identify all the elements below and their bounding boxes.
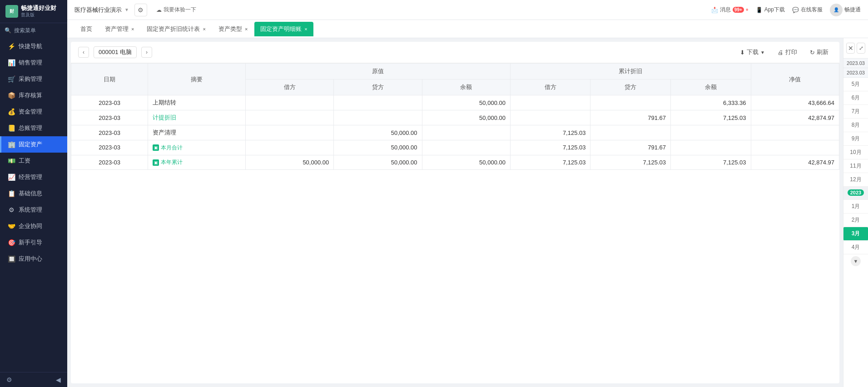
inventory-icon: 📦 [8,92,15,99]
sidebar-item-quicknav[interactable]: ⚡ 快捷导航 [0,38,67,55]
right-sidebar-timeline: ✕ ⤢ 2023.03 2023.03 5月6月7月8月9月10月11月12月2… [843,38,868,387]
timeline-month[interactable]: 7月 [843,105,868,119]
sidebar-item-label: 应用中心 [19,255,42,263]
cell-summary: 资产清理 [148,125,245,140]
print-icon: 🖨 [778,49,784,56]
download-button[interactable]: 📱 App下载 [756,6,785,14]
timeline-top: 2023.03 2023.03 [843,59,868,78]
timeline-month[interactable]: 8月 [843,119,868,132]
sidebar-item-fixedassets[interactable]: 🏢 固定资产 [0,136,67,153]
sidebar-item-label: 新手引导 [19,238,42,247]
timeline-months: 5月6月7月8月9月10月11月12月20231月2月3月4月 [843,78,868,254]
timeline-month[interactable]: 12月 [843,173,868,187]
timeline-month[interactable]: 1月 [843,200,868,213]
timeline-month[interactable]: 2月 [843,213,868,227]
user-menu[interactable]: 👤 畅捷通 [830,4,861,16]
col-acc-credit: 贷方 [590,79,671,95]
col-summary: 摘要 [148,64,245,95]
col-acc-balance: 余额 [671,79,751,95]
company-selector[interactable]: 医疗器械行业演示 ▼ [74,6,129,14]
right-sidebar-expand-button[interactable]: ⤢ [857,43,865,54]
avatar: 👤 [830,4,843,16]
collapse-sidebar-icon[interactable]: ◀ [56,376,61,383]
company-name: 医疗器械行业演示 [74,6,122,14]
messages-button[interactable]: 📩 消息 99+ + [711,6,749,14]
timeline-month[interactable]: 11月 [843,159,868,173]
sidebar-item-label: 采购管理 [19,75,42,83]
timeline-month[interactable]: 9月 [843,132,868,146]
timeline-month[interactable]: 10月 [843,146,868,159]
timeline-year: 2023 [843,187,868,200]
timeline-month[interactable]: 5月 [843,78,868,91]
sidebar-item-label: 搜索菜单 [14,27,36,35]
sidebar-item-apps[interactable]: 🔲 应用中心 [0,251,67,267]
experience-button[interactable]: ☁ 我要体验一下 [153,4,200,15]
timeline-date-2: 2023.03 [843,68,868,78]
messages-label: 消息 [720,6,731,14]
sidebar-item-system[interactable]: ⚙ 系统管理 [0,202,67,218]
table-row: 2023-03▣本年累计50,000.0050,000.0050,000.007… [71,155,839,170]
tab-asset-detail[interactable]: 固定资产明细账 × [254,22,313,36]
tab-depreciation-stats[interactable]: 固定资产折旧统计表 × [141,22,211,36]
experience-icon: ☁ [156,7,162,13]
tab-home[interactable]: 首页 [74,22,98,36]
tab-asset-type[interactable]: 资产类型 × [213,22,253,36]
right-sidebar-controls: ✕ ⤢ [843,38,868,59]
next-icon: › [146,49,148,55]
prev-asset-button[interactable]: ‹ [78,47,89,58]
table-row: 2023-03资产清理50,000.007,125.03 [71,125,839,140]
print-button[interactable]: 🖨 打印 [774,46,801,58]
settings-icon[interactable]: ⚙ [6,376,12,383]
table-row: 2023-03上期结转50,000.006,333.3643,666.64 [71,95,839,110]
refresh-button[interactable]: ↻ 刷新 [806,46,832,58]
support-button[interactable]: 💬 在线客服 [792,6,823,14]
timeline-month[interactable]: 3月 [843,227,868,241]
tab-depreciation-stats-close[interactable]: × [203,27,205,32]
table-row: 2023-03计提折旧50,000.00791.677,125.0342,874… [71,110,839,125]
download-report-button[interactable]: ⬇ 下载 ▼ [736,46,769,58]
data-table-wrap: 日期 摘要 原值 累计折旧 净值 借方 贷方 余额 借方 贷方 余额 [71,63,839,383]
timeline-month[interactable]: 4月 [843,241,868,254]
col-orig-credit: 贷方 [334,79,422,95]
next-asset-button[interactable]: › [141,47,152,58]
badge-plus: + [746,7,749,12]
right-sidebar-close-button[interactable]: ✕ [846,43,855,54]
basic-icon: 📋 [8,190,15,197]
operations-icon: 📈 [8,174,15,181]
sidebar-item-guide[interactable]: 🎯 新手引导 [0,234,67,251]
sidebar-item-collab[interactable]: 🤝 企业协同 [0,218,67,234]
sidebar-item-payroll[interactable]: 💵 工资 [0,153,67,169]
toolbar-actions: ⬇ 下载 ▼ 🖨 打印 ↻ 刷新 [736,46,832,58]
col-orig-debit: 借方 [245,79,333,95]
sidebar-item-basic[interactable]: 📋 基础信息 [0,185,67,202]
main-area: 医疗器械行业演示 ▼ ⚙ ☁ 我要体验一下 📩 消息 99+ + 📱 App下载… [67,0,868,387]
sidebar-item-search[interactable]: 🔍 搜索菜单 [0,23,67,38]
sidebar-item-label: 资金管理 [19,108,42,116]
tab-asset-detail-close[interactable]: × [304,27,307,32]
sidebar-item-operations[interactable]: 📈 经营管理 [0,169,67,185]
download-icon: 📱 [756,7,763,13]
sidebar-item-label: 固定资产 [19,140,42,149]
sidebar-item-inventory[interactable]: 📦 库存核算 [0,87,67,104]
sidebar-item-sales[interactable]: 📊 销售管理 [0,55,67,71]
tab-asset-mgmt[interactable]: 资产管理 × [99,22,140,36]
cell-summary: 上期结转 [148,95,245,110]
sidebar-item-purchase[interactable]: 🛒 采购管理 [0,71,67,87]
cell-summary: 计提折旧 [148,110,245,125]
timeline-scroll-down-icon[interactable]: ▼ [851,256,861,266]
fixedassets-icon: 🏢 [8,141,15,148]
tab-home-label: 首页 [80,25,92,33]
sidebar-item-ledger[interactable]: 📒 总账管理 [0,120,67,136]
sidebar-item-label: 基础信息 [19,189,42,198]
sidebar-bottom: ⚙ ◀ [0,372,67,387]
tab-asset-type-label: 资产类型 [218,25,242,33]
timeline-month[interactable]: 6月 [843,91,868,105]
tab-asset-mgmt-close[interactable]: × [131,27,134,32]
col-accumulated-depreciation: 累计折旧 [510,64,751,79]
asset-detail-table: 日期 摘要 原值 累计折旧 净值 借方 贷方 余额 借方 贷方 余额 [71,63,839,170]
settings-button[interactable]: ⚙ [134,4,147,16]
refresh-label: 刷新 [817,48,828,56]
sidebar-item-finance[interactable]: 💰 资金管理 [0,104,67,120]
experience-label: 我要体验一下 [164,6,196,14]
tab-asset-type-close[interactable]: × [245,27,248,32]
